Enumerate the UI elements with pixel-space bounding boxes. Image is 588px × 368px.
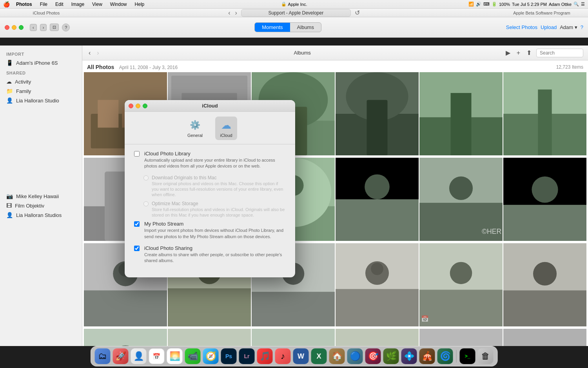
svg-rect-22 [367,100,388,155]
dock-separator [456,350,457,363]
photo-thumb-17[interactable]: 📅 [419,243,503,326]
dock-trash-icon[interactable]: 🗑 [478,348,494,364]
nav-back-button[interactable]: ‹ [227,9,231,17]
dock-app5-icon[interactable]: 💠 [401,348,417,364]
search-input[interactable] [536,49,583,57]
moments-tab[interactable]: Moments [255,23,290,32]
help-button[interactable]: ? [581,24,583,30]
menubar-window[interactable]: Window [109,2,129,7]
tab-left[interactable]: iCloud Photos [3,11,89,15]
photo-thumb-18[interactable] [503,243,586,326]
close-button[interactable] [5,25,9,30]
dock-word-icon[interactable]: W [293,348,309,364]
dock-photos-icon[interactable]: 🌅 [167,348,183,364]
dialog-close-button[interactable] [129,104,133,108]
photo-thumb-5[interactable] [419,72,503,155]
help-circle-button[interactable]: ? [62,24,70,31]
photos-toolbar: ‹ › ⊡ ? Moments Albums Select Photos Upl… [0,17,588,38]
refresh-button[interactable]: ↺ [354,8,361,17]
icloud-library-checkbox[interactable] [134,151,140,157]
sidebar-item-mike[interactable]: 📷 Mike Kelley Hawaii [0,191,82,201]
dock-safari-icon[interactable]: 🧭 [203,348,219,364]
photo-thumb-4[interactable] [336,72,419,155]
export-button[interactable]: ⬆ [525,48,533,57]
add-album-button[interactable]: + [515,49,522,57]
dock-music-icon[interactable]: 🎵 [257,348,273,364]
dialog-minimize-button[interactable] [136,104,140,108]
svg-rect-26 [451,93,472,155]
dialog-maximize-button[interactable] [143,104,147,108]
menubar-image[interactable]: Image [70,2,86,7]
dock-contacts-icon[interactable]: 👤 [131,348,147,364]
dock-terminal-icon[interactable]: >_ [460,348,475,364]
folder-family-icon: 📁 [6,88,13,94]
sidebar-item-lia-halloran[interactable]: 👤 Lia Halloran Studio [0,96,82,105]
back-button[interactable]: ‹ [30,24,37,31]
photo-stream-checkbox[interactable] [134,221,140,227]
photo-thumb-19[interactable] [84,329,167,346]
menubar-view[interactable]: View [91,2,104,7]
dock-app2-icon[interactable]: 🔵 [347,348,363,364]
traffic-lights [5,25,24,30]
photo-thumb-21[interactable] [252,329,335,346]
film-icon: 🎞 [6,202,12,209]
photo-sharing-checkbox[interactable] [134,246,140,251]
nav-next-button[interactable]: › [95,49,100,57]
dock-app1-icon[interactable]: 🏠 [329,348,345,364]
photo-thumb-23[interactable]: 🖊 [419,329,503,346]
camera-mike-icon: 📷 [6,193,13,199]
dialog-tab-icloud[interactable]: ☁ iCloud [215,117,237,140]
select-photos-button[interactable]: Select Photos [506,24,537,30]
dock-app4-icon[interactable]: 🌿 [383,348,399,364]
menubar: 🍎 Photos File Edit Image View Window Hel… [0,0,588,9]
albums-tab[interactable]: Albums [290,23,321,32]
dock-itunes-icon[interactable]: ♪ [275,348,291,364]
tab-right[interactable]: Apple Beta Software Program [499,11,585,15]
upload-button[interactable]: Upload [541,24,557,30]
forward-button[interactable]: › [40,24,47,31]
radio-group-storage: Download Originals to this Mac Store ori… [143,175,286,218]
photo-thumb-6[interactable] [503,72,586,155]
photo-thumb-20[interactable] [168,329,251,346]
dock-facetime-icon[interactable]: 📹 [185,348,201,364]
sidebar-item-lia-studios[interactable]: 👤 Lia Halloran Studios [0,210,82,220]
photo-thumb-12[interactable] [503,158,586,241]
photo-thumb-22[interactable] [336,329,419,346]
download-originals-radio[interactable] [143,175,149,180]
menubar-app-name[interactable]: Photos [15,2,34,7]
dialog-tab-general[interactable]: ⚙️ General [183,117,207,140]
menubar-file[interactable]: File [38,2,49,7]
photo-thumb-10[interactable] [336,158,419,241]
menubar-edit[interactable]: Edit [54,2,65,7]
dock-app6-icon[interactable]: 🎪 [419,348,435,364]
menubar-help[interactable]: Help [133,2,146,7]
window-resize-button[interactable]: ⊡ [50,24,59,31]
radio-optimize-storage: Optimize Mac Storage Store full-resoluti… [143,201,286,218]
photo-thumb-11[interactable]: ©HER [419,158,503,241]
dock-app7-icon[interactable]: 🌀 [437,348,453,364]
user-account-button[interactable]: Adam ▾ [560,24,577,30]
play-slideshow-button[interactable]: ▶ [504,48,512,57]
dock-calendar-icon[interactable]: 📅 [149,348,165,364]
apple-logo-icon[interactable]: 🍎 [3,1,10,7]
optimize-storage-radio[interactable] [143,201,149,206]
dock-launchpad-icon[interactable]: 🚀 [113,348,129,364]
icloud-library-title: iCloud Photo Library [144,151,286,157]
sidebar-item-activity[interactable]: ☁ Activity [0,77,82,86]
dock-lr-icon[interactable]: Lr [239,348,255,364]
maximize-button[interactable] [19,25,24,30]
svg-point-78 [450,262,472,284]
nav-forward-button[interactable]: › [234,9,238,17]
dock-excel-icon[interactable]: X [311,348,327,364]
photo-thumb-16[interactable] [336,243,419,326]
sidebar-item-family[interactable]: 📁 Family [0,86,82,96]
dock-ps-icon[interactable]: Ps [221,348,237,364]
sidebar-item-film[interactable]: 🎞 Film Objektiv [0,201,82,210]
sidebar-item-iphone[interactable]: 📱 Adam's iPhone 6S [0,58,82,67]
nav-prev-button[interactable]: ‹ [87,49,92,57]
url-bar[interactable]: Support - Apple Developer [241,9,351,17]
dock-app3-icon[interactable]: 🎯 [365,348,381,364]
photo-thumb-24[interactable] [503,329,586,346]
dock-finder-icon[interactable]: 🗂 [95,348,111,364]
minimize-button[interactable] [12,25,16,30]
